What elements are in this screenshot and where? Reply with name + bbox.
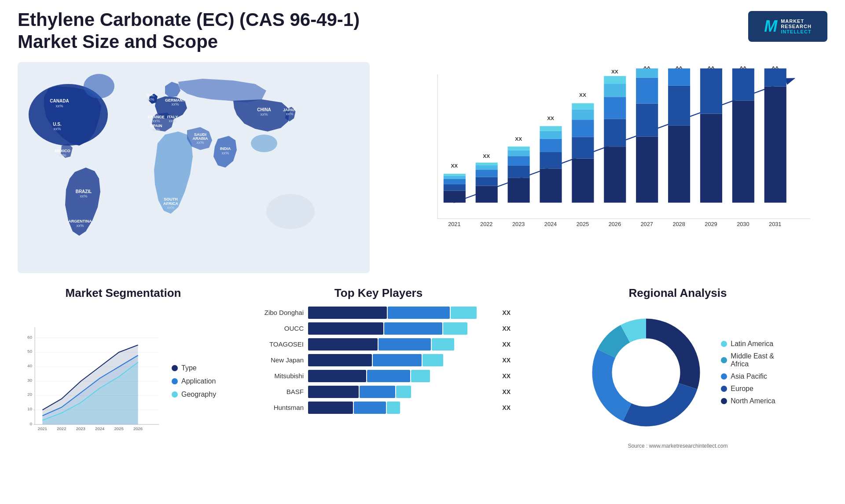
player-bars-basf [308, 386, 496, 398]
map-label-us: U.S. [53, 122, 62, 127]
svg-rect-34 [636, 136, 658, 202]
bar-seg1-basf [308, 386, 359, 398]
svg-rect-28 [572, 103, 594, 110]
legend-label-latam: Latin America [731, 340, 773, 348]
svg-rect-25 [572, 137, 594, 158]
bar-2030-xx: XX [739, 66, 746, 70]
svg-rect-33 [604, 76, 626, 84]
world-map-svg: CANADA xx% U.S. xx% MEXICO xx% BRAZIL xx… [18, 62, 370, 273]
player-row-newjapan: New Japan XX [246, 354, 511, 366]
svg-rect-24 [572, 158, 594, 202]
seg-chart-svg: 0 10 20 30 40 50 60 [18, 323, 163, 438]
bar-seg3-zibo [451, 307, 477, 319]
svg-rect-43 [732, 100, 754, 202]
logo-area: M MARKET RESEARCH INTELLECT [748, 11, 827, 42]
player-row-basf: BASF XX [246, 386, 511, 398]
player-name-basf: BASF [246, 388, 304, 395]
bar-2021-seg1 [444, 190, 466, 202]
x-label-2022: 2022 [480, 220, 492, 227]
map-label-mexico: MEXICO [55, 149, 70, 153]
bar-2023-xx: XX [515, 136, 522, 142]
map-label-argentina: ARGENTINA [68, 219, 92, 223]
logo-line3: INTELLECT [781, 29, 812, 34]
seg-legend: Type Application Geography [172, 364, 229, 398]
logo-m-icon: M [764, 17, 777, 36]
bar-2021-xx: XX [451, 162, 458, 168]
segment-container: Market Segmentation 0 10 20 [18, 286, 229, 471]
legend-dot-latam [721, 341, 727, 347]
player-bars-oucc [308, 322, 496, 335]
svg-rect-45 [764, 86, 786, 202]
x-label-2031: 2031 [769, 220, 781, 227]
player-name-newjapan: New Japan [246, 356, 304, 364]
svg-rect-31 [604, 97, 626, 119]
svg-rect-22 [540, 131, 562, 139]
legend-label-asiapac: Asia Pacific [731, 373, 767, 380]
map-sublabel-china: xx% [260, 112, 268, 117]
x-label-2028: 2028 [672, 220, 685, 227]
x-label-seg-2024: 2024 [95, 426, 105, 431]
player-xx-zibo: XX [502, 309, 511, 316]
bottom-section: Market Segmentation 0 10 20 [18, 286, 827, 471]
svg-point-2 [84, 74, 114, 99]
x-label-2021: 2021 [448, 220, 460, 227]
page-wrapper: Ethylene Carbonate (EC) (CAS 96-49-1) Ma… [0, 0, 845, 504]
bar-seg3-newjapan [422, 354, 443, 366]
seg-chart-wrapper: 0 10 20 30 40 50 60 [18, 307, 229, 456]
svg-rect-29 [604, 146, 626, 203]
svg-rect-42 [700, 68, 722, 113]
map-sublabel-germany: xx% [171, 102, 179, 106]
players-list: Zibo Donghai XX OUCC XX [242, 307, 515, 414]
player-bars-mitsubishi [308, 370, 496, 382]
bar-seg3-basf [396, 386, 411, 398]
y-tick-30: 30 [27, 377, 32, 382]
seg-chart-area: 0 10 20 30 40 50 60 [18, 323, 163, 440]
player-row-oucc: OUCC XX [246, 322, 511, 335]
bar-2029-xx: XX [708, 66, 715, 70]
segment-title: Market Segmentation [18, 286, 229, 300]
svg-rect-19 [540, 168, 562, 202]
legend-latam: Latin America [721, 340, 775, 348]
player-name-oucc: OUCC [246, 325, 304, 332]
bar-seg1-oucc [308, 322, 383, 335]
svg-rect-35 [636, 104, 658, 137]
svg-rect-17 [508, 150, 530, 156]
bar-seg3-mitsubishi [411, 370, 430, 382]
map-sublabel-argentina: xx% [76, 223, 84, 228]
bar-seg2-newjapan [373, 354, 422, 366]
bar-seg3-oucc [443, 322, 467, 335]
x-label-2024: 2024 [544, 220, 557, 227]
player-bars-toagosei [308, 338, 496, 351]
source-text: Source : www.marketresearchintellect.com [628, 443, 728, 449]
bar-2024-xx: XX [547, 115, 554, 121]
logo-line1: MARKET [781, 18, 812, 24]
player-row-mitsubishi: Mitsubishi XX [246, 370, 511, 382]
player-bars-newjapan [308, 354, 496, 366]
legend-application: Application [172, 377, 229, 385]
map-sublabel-saudi: xx% [196, 140, 204, 145]
svg-rect-10 [476, 177, 498, 186]
svg-rect-9 [476, 186, 498, 202]
player-row-zibo: Zibo Donghai XX [246, 307, 511, 319]
bar-2021-seg4 [444, 176, 466, 179]
svg-rect-32 [604, 84, 626, 97]
svg-rect-20 [540, 152, 562, 168]
player-name-zibo: Zibo Donghai [246, 309, 304, 316]
legend-label-mea: Middle East &Africa [731, 352, 774, 368]
legend-asiapac: Asia Pacific [721, 373, 775, 380]
map-sublabel-italy: xx% [169, 119, 176, 123]
legend-label-europe: Europe [731, 385, 753, 393]
legend-label-type: Type [181, 364, 197, 372]
legend-dot-northamerica [721, 398, 727, 404]
player-row-toagosei: TOAGOSEI XX [246, 338, 511, 351]
x-label-seg-2021: 2021 [38, 426, 47, 431]
x-label-2029: 2029 [705, 220, 717, 227]
bar-seg2-zibo [388, 307, 450, 319]
y-tick-0: 0 [30, 421, 32, 426]
svg-rect-16 [508, 156, 530, 166]
map-sublabel-france: xx% [152, 119, 160, 123]
svg-rect-44 [732, 68, 754, 100]
legend-label-northamerica: North America [731, 397, 775, 405]
svg-rect-41 [700, 113, 722, 202]
map-sublabel-japan: xx% [286, 112, 293, 116]
